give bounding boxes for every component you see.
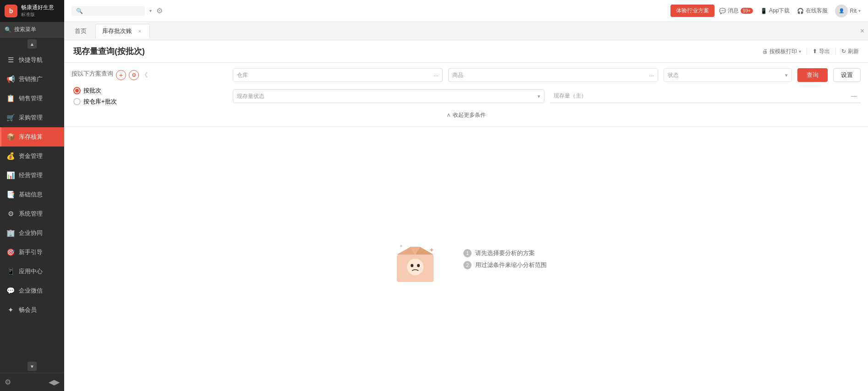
print-button[interactable]: 🖨 按模板打印 ▾ — [762, 48, 801, 55]
export-button[interactable]: ⬆ 导出 — [813, 48, 830, 55]
message-icon: 💬 — [719, 8, 726, 14]
app-download-label: App下载 — [769, 7, 790, 15]
sidebar-item-label-member: 畅会员 — [19, 306, 37, 314]
sidebar-search[interactable]: 🔍 搜索菜单 — [0, 22, 64, 38]
sidebar-item-basic[interactable]: 📑 基础信息 — [0, 185, 64, 204]
app-logo: b — [5, 5, 17, 17]
export-label: 导出 — [819, 48, 830, 55]
messages-action[interactable]: 💬 消息 99+ — [719, 7, 753, 15]
product-label: 商品 — [452, 71, 463, 79]
sidebar-item-quick-nav[interactable]: ☰ 快捷导航 — [0, 50, 64, 70]
status-field[interactable]: 状态 ▾ — [664, 68, 792, 82]
page-header: 现存量查询(按批次) 🖨 按模板打印 ▾ ⬆ 导出 ↻ 刷新 — [64, 40, 868, 63]
sidebar-item-operations[interactable]: 📊 经营管理 — [0, 166, 64, 185]
sidebar-item-label-operations: 经营管理 — [19, 171, 43, 179]
app-download-action[interactable]: 📱 App下载 — [760, 7, 790, 15]
svg-point-2 — [411, 264, 413, 267]
plan-option-warehouse-batch[interactable]: 按仓库+批次 — [73, 98, 227, 106]
tabbar-close-button[interactable]: × — [860, 27, 864, 35]
warehouse-label: 仓库 — [237, 71, 248, 79]
phone-icon: 📱 — [760, 8, 767, 14]
messages-badge: 99+ — [741, 8, 753, 14]
collapse-more-label: ∧ 收起更多条件 — [446, 111, 485, 119]
svg-text:✦: ✦ — [429, 246, 434, 254]
online-service-action[interactable]: 🎧 在线客服 — [797, 7, 828, 15]
avatar: 👤 — [835, 5, 848, 17]
query-button[interactable]: 查询 — [797, 68, 828, 82]
scroll-up-button[interactable]: ▲ — [27, 39, 37, 49]
content-area: 现存量查询(按批次) 🖨 按模板打印 ▾ ⬆ 导出 ↻ 刷新 — [64, 40, 868, 391]
sidebar-item-system[interactable]: ⚙ 系统管理 — [0, 204, 64, 223]
finance-icon: 💰 — [6, 152, 15, 160]
topbar: 🔍 ▾ ⚙ 体验行业方案 💬 消息 99+ 📱 App下载 🎧 在线客服 � — [64, 0, 868, 22]
wechat-icon: 💬 — [6, 287, 15, 295]
avatar-text: 👤 — [839, 8, 844, 13]
sidebar-item-app-center[interactable]: 📱 应用中心 — [0, 262, 64, 281]
export-icon: ⬆ — [813, 48, 817, 54]
collapse-more-btn[interactable]: ∧ 收起更多条件 — [71, 109, 861, 121]
sidebar-item-enterprise[interactable]: 🏢 企业协同 — [0, 223, 64, 243]
refresh-button[interactable]: ↻ 刷新 — [841, 48, 859, 55]
sidebar-item-purchase[interactable]: 🛒 采购管理 — [0, 108, 64, 127]
sidebar-item-sales[interactable]: 📋 销售管理 — [0, 89, 64, 108]
enterprise-icon: 🏢 — [6, 229, 15, 237]
sidebar-item-label-enterprise: 企业协同 — [19, 229, 43, 237]
sidebar-item-inventory[interactable]: 📦 库存核算 — [0, 127, 64, 147]
page-title: 现存量查询(按批次) — [73, 46, 145, 57]
settings-plan-icon[interactable]: ⚙ — [129, 70, 139, 80]
inventory-qty-label: 现存量（主） — [554, 92, 587, 100]
product-field[interactable]: 商品 ··· — [448, 68, 658, 82]
topbar-dropdown-arrow[interactable]: ▾ — [149, 8, 152, 13]
tab-home[interactable]: 首页 — [68, 24, 93, 38]
sidebar-item-wechat[interactable]: 💬 企业微信 — [0, 281, 64, 300]
user-avatar-action[interactable]: 👤 Rit ▾ — [835, 5, 861, 17]
sidebar-item-label-wechat: 企业微信 — [19, 287, 43, 295]
inventory-status-field[interactable]: 现存量状态 ▾ — [233, 89, 544, 103]
radio-warehouse-batch — [73, 98, 81, 105]
status-label: 状态 — [668, 71, 679, 79]
collapse-sidebar-icon[interactable]: ◀▶ — [49, 378, 60, 386]
sidebar-item-label-finance: 资金管理 — [19, 152, 43, 160]
user-dropdown-arrow: ▾ — [858, 8, 861, 13]
sidebar-item-member[interactable]: ✦ 畅会员 — [0, 300, 64, 320]
sidebar-item-marketing[interactable]: 📢 营销推广 — [0, 70, 64, 89]
settings-button[interactable]: 设置 — [833, 68, 861, 82]
product-dots[interactable]: ··· — [649, 72, 654, 79]
topbar-search[interactable]: 🔍 — [71, 6, 145, 16]
warehouse-dots[interactable]: ··· — [434, 72, 439, 79]
sidebar-footer: ⚙ ◀▶ — [0, 373, 64, 391]
topbar-search-icon: 🔍 — [76, 8, 83, 14]
topbar-settings-icon[interactable]: ⚙ — [156, 6, 163, 15]
main-area: 🔍 ▾ ⚙ 体验行业方案 💬 消息 99+ 📱 App下载 🎧 在线客服 � — [64, 0, 868, 391]
tab-batch-account[interactable]: 库存批次账 × — [95, 24, 150, 38]
online-service-label: 在线客服 — [806, 7, 828, 15]
sales-icon: 📋 — [6, 94, 15, 103]
refresh-icon: ↻ — [841, 48, 846, 54]
inventory-qty-field[interactable]: 现存量（主） — — [550, 89, 861, 103]
app-name: 畅康通好生意 — [21, 4, 54, 11]
settings-footer-icon[interactable]: ⚙ — [5, 378, 11, 386]
sidebar-item-newbie[interactable]: 🎯 新手引导 — [0, 243, 64, 262]
member-icon: ✦ — [6, 306, 15, 314]
sidebar-item-label-purchase: 采购管理 — [19, 114, 43, 122]
print-dropdown-arrow[interactable]: ▾ — [799, 49, 801, 54]
sidebar: b 畅康通好生意 标准版 🔍 搜索菜单 ▲ ☰ 快捷导航 📢 营销推广 📋 销售… — [0, 0, 64, 391]
add-plan-icon[interactable]: + — [116, 70, 126, 80]
basic-icon: 📑 — [6, 190, 15, 199]
sidebar-header: b 畅康通好生意 标准版 — [0, 0, 64, 22]
inventory-status-chevron-icon: ▾ — [538, 93, 540, 99]
plan-title: 按以下方案查询 — [71, 70, 113, 78]
messages-label: 消息 — [728, 7, 739, 15]
collapse-filter-icon[interactable]: 《 — [142, 71, 148, 79]
filter-row-1: 按以下方案查询 + ⚙ 《 仓库 ··· 商品 — [71, 68, 861, 82]
warehouse-field[interactable]: 仓库 ··· — [233, 68, 443, 82]
scroll-down-button[interactable]: ▼ — [27, 362, 37, 371]
svg-point-1 — [407, 259, 423, 275]
experience-btn[interactable]: 体验行业方案 — [670, 5, 714, 17]
sidebar-item-finance[interactable]: 💰 资金管理 — [0, 147, 64, 166]
status-chevron-icon: ▾ — [785, 72, 788, 78]
filter-plan-selector: 按以下方案查询 + ⚙ 《 — [71, 70, 227, 81]
tab-close-icon[interactable]: × — [137, 28, 143, 34]
sidebar-item-label-marketing: 营销推广 — [19, 75, 43, 83]
plan-option-batch[interactable]: 按批次 — [73, 87, 227, 95]
